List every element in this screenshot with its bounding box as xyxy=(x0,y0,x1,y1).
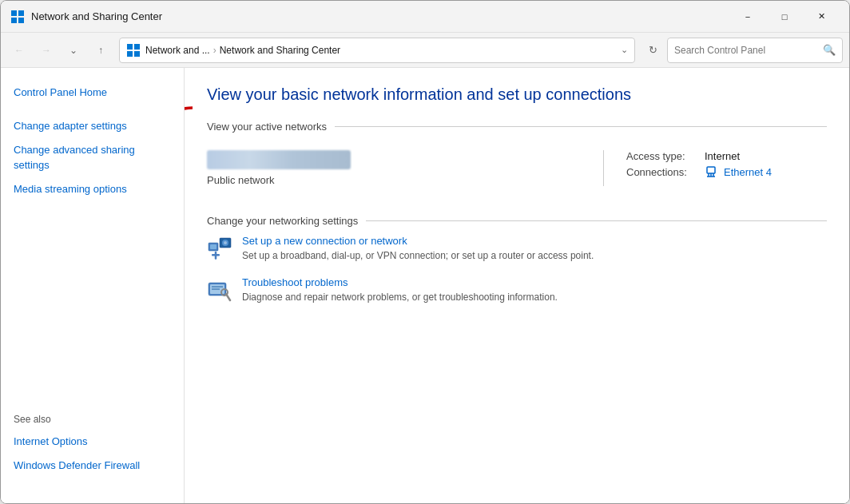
access-type-value: Internet xyxy=(705,150,740,162)
setup-connection-item: Set up a new connection or network Set u… xyxy=(207,235,827,262)
svg-point-18 xyxy=(224,241,227,244)
main-layout: Control Panel Home Change adapter settin… xyxy=(1,68,849,504)
recent-button[interactable]: ⌄ xyxy=(62,38,85,62)
minimize-button[interactable]: − xyxy=(729,4,766,30)
access-type-row: Access type: Internet xyxy=(626,150,827,162)
sidebar: Control Panel Home Change adapter settin… xyxy=(1,68,185,504)
troubleshoot-text-group: Troubleshoot problems Diagnose and repai… xyxy=(242,276,558,303)
troubleshoot-desc: Diagnose and repair network problems, or… xyxy=(242,292,558,303)
svg-rect-1 xyxy=(18,10,24,16)
sidebar-item-media-streaming[interactable]: Media streaming options xyxy=(1,177,184,201)
setup-icon xyxy=(207,236,232,262)
sidebar-item-internet-options[interactable]: Internet Options xyxy=(1,430,184,454)
setup-link[interactable]: Set up a new connection or network xyxy=(242,235,594,247)
svg-rect-7 xyxy=(134,51,140,57)
search-bar[interactable]: 🔍 xyxy=(667,38,843,63)
svg-rect-3 xyxy=(18,18,24,23)
network-info-box: Public network Access type: Internet Con… xyxy=(207,141,827,196)
troubleshoot-link[interactable]: Troubleshoot problems xyxy=(242,276,558,288)
active-networks-label: View your active networks xyxy=(207,121,827,133)
sidebar-item-control-panel-home[interactable]: Control Panel Home xyxy=(1,81,184,105)
refresh-button[interactable]: ↻ xyxy=(641,39,664,62)
window-icon xyxy=(10,10,25,24)
svg-rect-2 xyxy=(11,18,17,23)
search-input[interactable] xyxy=(674,45,818,56)
sidebar-item-windows-defender[interactable]: Windows Defender Firewall xyxy=(1,454,184,478)
window-controls: − □ ✕ xyxy=(729,4,840,30)
svg-rect-5 xyxy=(134,44,140,50)
connections-row: Connections: Ethernet 4 xyxy=(626,165,827,178)
svg-rect-6 xyxy=(127,51,133,57)
access-type-label: Access type: xyxy=(626,150,698,162)
svg-rect-9 xyxy=(707,167,715,173)
breadcrumb-dropdown[interactable]: ⌄ xyxy=(621,45,628,55)
ethernet-link[interactable]: Ethernet 4 xyxy=(724,166,772,178)
sidebar-item-change-advanced-sharing[interactable]: Change advanced sharing settings xyxy=(1,138,184,177)
content-area: View your basic network information and … xyxy=(185,68,849,504)
sidebar-item-change-adapter[interactable]: Change adapter settings xyxy=(1,114,184,138)
up-button[interactable]: ↑ xyxy=(89,38,113,62)
title-bar: Network and Sharing Center − □ ✕ xyxy=(1,1,849,33)
troubleshoot-icon xyxy=(207,278,232,304)
svg-rect-15 xyxy=(210,244,216,249)
network-type: Public network xyxy=(207,174,587,186)
connections-label: Connections: xyxy=(626,166,698,178)
breadcrumb: Network and ... › Network and Sharing Ce… xyxy=(145,45,618,56)
page-title: View your basic network information and … xyxy=(207,84,827,105)
nav-bar: ← → ⌄ ↑ Network and ... › Network and Sh… xyxy=(1,33,849,68)
setup-text-group: Set up a new connection or network Set u… xyxy=(242,235,594,261)
close-button[interactable]: ✕ xyxy=(803,4,840,30)
back-button[interactable]: ← xyxy=(7,38,31,62)
see-also-label: See also xyxy=(1,409,184,430)
svg-rect-0 xyxy=(11,10,17,16)
maximize-button[interactable]: □ xyxy=(766,4,803,30)
arrow-annotation xyxy=(185,100,209,198)
network-address-icon xyxy=(126,43,141,58)
window-title: Network and Sharing Center xyxy=(31,10,729,22)
svg-rect-4 xyxy=(127,44,133,50)
forward-button[interactable]: → xyxy=(34,38,58,62)
search-icon: 🔍 xyxy=(823,44,836,56)
network-right: Access type: Internet Connections: xyxy=(603,150,827,186)
network-name-blurred xyxy=(207,150,351,169)
network-left: Public network xyxy=(207,150,603,186)
networking-settings-label: Change your networking settings xyxy=(207,215,827,227)
troubleshoot-item: Troubleshoot problems Diagnose and repai… xyxy=(207,276,827,304)
svg-rect-20 xyxy=(215,252,217,260)
ethernet-icon xyxy=(705,165,717,178)
address-bar[interactable]: Network and ... › Network and Sharing Ce… xyxy=(119,38,635,63)
setup-desc: Set up a broadband, dial-up, or VPN conn… xyxy=(242,250,594,261)
